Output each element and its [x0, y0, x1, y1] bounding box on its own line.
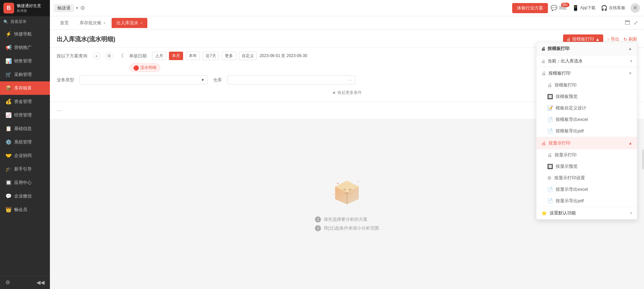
- date-last7days-button[interactable]: 近7天: [203, 52, 219, 60]
- sidebar-item-finance[interactable]: 💰 资金管理: [0, 95, 50, 108]
- app-logo-text: 畅捷通好生意 标准版: [17, 3, 41, 13]
- step-num-2: 2: [315, 225, 321, 231]
- template-preview-item-icon: 🔲: [547, 94, 553, 99]
- collapse-sidebar-icon[interactable]: ◀◀: [36, 279, 45, 286]
- date-current-month-button[interactable]: 本月: [169, 52, 183, 60]
- dropdown-item-template-preview[interactable]: 🔲 按模板预览: [536, 91, 637, 102]
- sidebar-item-wechat[interactable]: 💬 企业微信: [0, 189, 50, 203]
- header-user-info: 畅捷通 ▾ ⚙: [54, 4, 509, 12]
- sidebar-item-marketing[interactable]: 📢 营销推广: [0, 41, 50, 54]
- more-options-icon[interactable]: ···: [57, 107, 62, 114]
- app-download-button[interactable]: 📱 App下载: [572, 5, 595, 11]
- template-section-header[interactable]: 🖨 按模板打印 ▼: [536, 67, 637, 79]
- date-current-year-button[interactable]: 本年: [186, 52, 200, 60]
- display-section-header[interactable]: 🖨 按显示打印 ▲: [536, 137, 637, 149]
- template-print-item-icon: 🖨: [547, 82, 552, 88]
- dropdown-item-display-print-settings[interactable]: ⚙ 按显示打印设置: [536, 172, 637, 184]
- tab-home[interactable]: 首页: [55, 18, 74, 28]
- notification-button[interactable]: 💬 消息 99+: [551, 5, 567, 11]
- warehouse-select[interactable]: ···: [227, 75, 355, 84]
- header-settings-icon[interactable]: ⚙: [80, 5, 85, 11]
- default-section-header[interactable]: ⭐ 设置默认功能 ▾: [536, 207, 637, 219]
- settings-icon[interactable]: ⚙: [5, 279, 10, 286]
- warehouse-label: 仓库: [213, 77, 222, 83]
- tab-maximize-button[interactable]: ⤢: [633, 19, 639, 27]
- user-avatar[interactable]: R: [631, 3, 640, 13]
- shortcut-icon: ⚡: [5, 31, 11, 37]
- dropdown-item-display-excel[interactable]: 📄 按显示导出excel: [536, 184, 637, 195]
- tab-batch-close[interactable]: ×: [104, 21, 106, 25]
- apps-icon: 🔲: [5, 180, 11, 186]
- customer-service-button[interactable]: 🎧 在线客服: [601, 5, 625, 11]
- dropdown-item-template-pdf[interactable]: 📄 按模板导出pdf: [536, 125, 637, 137]
- add-filter-button[interactable]: +: [93, 52, 100, 60]
- filter-collapse-button[interactable]: 《: [118, 52, 124, 59]
- dropdown-current-item[interactable]: 🖨 当前：出入库流水 ▾: [536, 55, 637, 67]
- finance-icon: 💰: [5, 99, 11, 105]
- template-pdf-item-icon: 📄: [547, 128, 553, 134]
- empty-step-1: 1 请先选择要分析的方案: [315, 216, 379, 222]
- refresh-icon: ↻: [623, 37, 627, 42]
- trial-button[interactable]: 体验行业方案: [512, 3, 548, 13]
- dropdown-item-display-pdf[interactable]: 📄 按显示导出pdf: [536, 195, 637, 207]
- search-icon: 🔍: [3, 20, 8, 24]
- sidebar-item-system[interactable]: ⚙️ 系统管理: [0, 135, 50, 149]
- date-custom-button[interactable]: 自定义: [239, 52, 257, 60]
- sidebar-item-inventory[interactable]: 📦 库存核算: [0, 81, 50, 95]
- dropdown-item-template-print[interactable]: 🖨 按模板打印: [536, 79, 637, 91]
- header: 畅捷通 ▾ ⚙ 体验行业方案 💬 消息 99+ 📱 App下载 🎧 在线客服 R: [50, 0, 644, 16]
- dropdown-item-template-custom[interactable]: 📝 模板自定义设计: [536, 102, 637, 114]
- filter-settings-button[interactable]: ⚙: [106, 52, 113, 60]
- sidebar-nav: ⚡ 快捷导航 📢 营销推广 📊 销售管理 🛒 采购管理 📦 库存核算 💰 资金管…: [0, 27, 50, 275]
- export-button[interactable]: ↑ 导出: [607, 36, 620, 42]
- sidebar-item-newbie[interactable]: 🎓 新手引导: [0, 162, 50, 176]
- wechat-icon: 💬: [5, 193, 11, 199]
- date-more-button[interactable]: 更多: [222, 52, 236, 60]
- template-section-expand-icon: ▼: [628, 71, 632, 75]
- header-username[interactable]: 畅捷通: [54, 4, 74, 12]
- dropdown-section-template: 🖨 按模板打印 ▼ 🖨 按模板打印 🔲 按模板预览 📝 模板自定义设计: [536, 67, 637, 137]
- tab-batch[interactable]: 库存批次账 ×: [75, 18, 110, 28]
- app-logo-icon: B: [3, 3, 14, 14]
- refresh-button[interactable]: ↻ 刷新: [623, 36, 637, 42]
- tab-flow[interactable]: 出入库流水 ×: [112, 18, 147, 28]
- sidebar-item-sales[interactable]: 📊 销售管理: [0, 54, 50, 68]
- current-item-icon: 🖨: [541, 59, 546, 64]
- sidebar-item-apps[interactable]: 🔲 应用中心: [0, 176, 50, 189]
- warehouse-more-icon[interactable]: ···: [348, 77, 352, 82]
- filter-tag-liushui[interactable]: 🔴 流水明细: [129, 63, 160, 72]
- svg-point-6: [337, 183, 339, 184]
- date-last-month-button[interactable]: 上月: [152, 52, 166, 60]
- display-excel-item-icon: 📄: [547, 187, 553, 192]
- dropdown-item-template-excel[interactable]: 📄 按模板导出excel: [536, 114, 637, 125]
- empty-steps-list: 1 请先选择要分析的方案 2 用[过滤]条件来缩小分析范围: [315, 216, 379, 234]
- current-label: 当前：出入库流水: [548, 58, 583, 64]
- chevron-up-icon: ▲: [332, 90, 336, 96]
- sidebar-item-purchase[interactable]: 🛒 采购管理: [0, 68, 50, 81]
- display-section-icon: 🖨: [541, 140, 546, 146]
- svg-point-8: [333, 194, 334, 195]
- sidebar-item-member[interactable]: 👑 畅会员: [0, 203, 50, 216]
- header-dropdown-icon[interactable]: ▾: [76, 5, 78, 10]
- phone-icon: 📱: [572, 5, 579, 11]
- tab-flow-close[interactable]: ×: [140, 21, 142, 25]
- dropdown-collapse-button[interactable]: ▲: [628, 46, 632, 51]
- sidebar-item-shortcut[interactable]: ⚡ 快捷导航: [0, 27, 50, 41]
- filter-tag-icon: 🔴: [133, 65, 139, 71]
- sidebar-item-operation[interactable]: 📈 经营管理: [0, 108, 50, 122]
- business-type-select[interactable]: ▾: [80, 75, 208, 84]
- headset-icon: 🎧: [601, 5, 608, 11]
- display-section-expand-icon: ▲: [628, 141, 632, 145]
- step-num-1: 1: [315, 216, 321, 222]
- tab-minimize-button[interactable]: 🗖: [624, 19, 631, 27]
- dropdown-item-display-preview[interactable]: 🔲 按显示预览: [536, 161, 637, 172]
- sidebar-item-basic[interactable]: 📋 基础信息: [0, 122, 50, 135]
- notification-icon: 💬: [551, 5, 557, 11]
- empty-step-2: 2 用[过滤]条件来缩小分析范围: [315, 225, 379, 231]
- dropdown-section-default: ⭐ 设置默认功能 ▾: [536, 207, 637, 219]
- dropdown-item-display-print[interactable]: 🖨 按显示打印: [536, 149, 637, 161]
- display-settings-item-icon: ⚙: [547, 175, 552, 181]
- sidebar-item-company[interactable]: 🤝 企业协同: [0, 149, 50, 162]
- dropdown-section-display: 🖨 按显示打印 ▲ 🖨 按显示打印 🔲 按显示预览 ⚙ 按显示打印设置: [536, 137, 637, 207]
- sidebar-search[interactable]: 🔍 搜索菜单: [0, 16, 50, 27]
